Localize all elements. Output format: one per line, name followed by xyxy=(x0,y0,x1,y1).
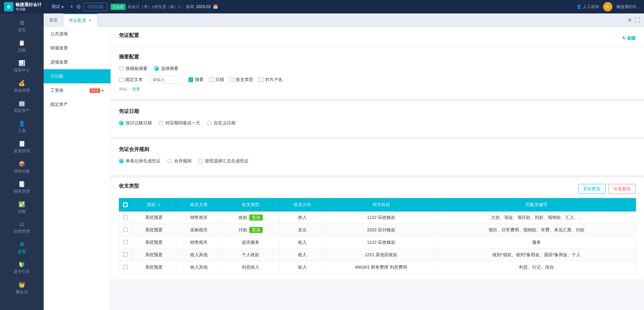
left-nav-item-journal[interactable]: 日记账 xyxy=(44,69,111,83)
income-expense-section: 收支类型 更新数据 批量删除 ☐ 类别 ∨ xyxy=(111,178,644,279)
radio-journal-date[interactable]: 按日记账日期 xyxy=(119,120,152,126)
sidebar-item-label: 税务管理 xyxy=(14,189,30,194)
logo-text: 畅捷通好会计 专业版 xyxy=(15,2,42,11)
asset-icon: 🏢 xyxy=(18,100,25,107)
td-type: 提供服务 xyxy=(221,236,280,249)
td-select[interactable] xyxy=(119,211,131,224)
date-title: 凭证日期 xyxy=(119,108,636,115)
consult-label[interactable]: 👤 人工咨询 xyxy=(576,4,599,10)
sidebar-item-tax[interactable]: 📑 税务管理 xyxy=(0,178,44,198)
left-nav-item-payroll[interactable]: 工资表 NEW ▾ xyxy=(44,83,111,98)
radio-select-summary[interactable]: 选择摘要 xyxy=(154,66,178,72)
sidebar-item-salary[interactable]: 👤 工资 xyxy=(0,117,44,137)
ledger-icon: 📋 xyxy=(18,40,25,46)
content-area: 首页 凭证配置 ✕ ✕ ⛶ 公共选项 销项发票 进项发 xyxy=(44,13,644,310)
fixed-text-input[interactable] xyxy=(149,76,183,84)
sidebar-item-report[interactable]: 📊 报表中心 xyxy=(0,56,44,77)
td-select[interactable] xyxy=(119,224,131,236)
page-title: 凭证配置 xyxy=(119,32,139,39)
sidebar-item-invoice-mgmt[interactable]: 🧾 发票管理 xyxy=(0,137,44,157)
sidebar-item-archive[interactable]: 🗂 归档管理 xyxy=(0,218,44,238)
update-data-button[interactable]: 更新数据 xyxy=(578,184,606,194)
checkbox-income-expense-type[interactable]: 收支类型 xyxy=(229,77,253,83)
radio-single-record[interactable]: 单条记录生成凭证 xyxy=(119,158,161,164)
td-select[interactable] xyxy=(119,236,131,249)
checkbox-summary[interactable]: ✓ 摘要 xyxy=(188,77,204,83)
sidebar-item-label: 发票管理 xyxy=(14,148,30,154)
td-keywords: 欠款、现金、项目款、到款、报销款、汇入、... xyxy=(437,211,636,224)
th-select[interactable]: ☐ xyxy=(119,198,131,211)
sidebar-item-settlement[interactable]: ✅ 结账 xyxy=(0,198,44,218)
guide-icon: 🔰 xyxy=(18,261,25,268)
logo: 会 畅捷通好会计 专业版 xyxy=(4,2,42,11)
report-icon: 📊 xyxy=(18,60,25,66)
td-select[interactable] xyxy=(119,261,131,274)
reset-tag[interactable]: 置顶 xyxy=(249,227,263,233)
td-direction: 收入 xyxy=(280,261,325,274)
row-checkbox[interactable] xyxy=(123,265,128,269)
sidebar-item-sales[interactable]: 📦 进销台账 xyxy=(0,157,44,178)
switch-version-button[interactable]: 切到旧版 xyxy=(84,3,107,11)
new-badge: NEW xyxy=(90,88,100,93)
radio-template-summary[interactable]: 按模板摘要 xyxy=(119,66,147,72)
reset-tag[interactable]: 置顶 xyxy=(249,215,263,221)
tab-home[interactable]: 首页 xyxy=(44,13,63,27)
radio-circle xyxy=(159,121,163,125)
radio-period-last-day[interactable]: 对应期间最后一天 xyxy=(159,120,200,126)
checkbox-counter-name[interactable]: 对方户名 xyxy=(259,77,283,83)
refresh-button[interactable]: ↻ 刷新 xyxy=(622,35,636,41)
td-type: 个人收款 xyxy=(221,249,280,261)
checkbox-box xyxy=(259,77,263,82)
sidebar-item-settings[interactable]: ⚙ 设置 xyxy=(0,238,44,258)
sidebar-item-label: 资金管理 xyxy=(14,88,30,93)
row-checkbox[interactable] xyxy=(123,227,128,232)
th-counter-account: 对方科目 xyxy=(325,198,437,211)
row-checkbox[interactable] xyxy=(123,252,128,257)
row-checkbox[interactable] xyxy=(123,215,128,220)
sidebar-item-finance[interactable]: 💰 资金管理 xyxy=(0,77,44,97)
calendar-icon[interactable]: 📅 xyxy=(213,4,218,9)
row-checkbox[interactable] xyxy=(123,240,128,244)
radio-label: 按日记账日期 xyxy=(126,120,152,126)
left-nav-item-purchase-invoice[interactable]: 进项发票 xyxy=(44,55,111,69)
batch-delete-button[interactable]: 批量删除 xyxy=(608,184,636,194)
checkbox-date[interactable]: 日期 xyxy=(209,77,224,83)
radio-summary-generate[interactable]: 按照选择汇总生成凭证 xyxy=(198,158,249,164)
consult-icon: 👤 xyxy=(576,4,582,9)
sidebar-item-asset[interactable]: 🏢 固定资产 xyxy=(0,97,44,117)
radio-merge-rule[interactable]: 合并规则 xyxy=(167,158,191,164)
left-nav-item-fixed-asset[interactable]: 固定资产 xyxy=(44,98,111,112)
page-content: 公共选项 销项发票 进项发票 日记账 工资表 NEW ▾ xyxy=(44,27,644,310)
checkbox-fixed-text[interactable]: 固定文本 xyxy=(119,77,143,83)
expand-window-icon[interactable]: ⛶ xyxy=(635,17,640,23)
sidebar-item-guide[interactable]: 🔰 新手引导 xyxy=(0,258,44,278)
example-text: 例如： 摘要 xyxy=(119,86,636,92)
left-nav-item-public[interactable]: 公共选项 xyxy=(44,27,111,41)
home-icon: ⊞ xyxy=(20,20,24,26)
select-all-checkbox[interactable]: ☐ xyxy=(123,202,128,207)
avatar[interactable]: 旺 xyxy=(603,2,612,11)
settlement-icon: ✅ xyxy=(18,201,25,207)
workspace-dropdown[interactable]: 测试 ▾ xyxy=(51,4,64,10)
radio-custom-date[interactable]: 自定义日期 xyxy=(207,120,235,126)
sidebar-item-label: 总账 xyxy=(18,47,26,53)
add-icon[interactable]: + xyxy=(70,3,74,10)
sidebar-item-label: 进销台账 xyxy=(14,168,30,174)
top-bar-actions: + ⚙ 切到旧版 xyxy=(70,3,107,11)
tab-close-icon[interactable]: ✕ xyxy=(88,18,92,23)
tab-voucher-config[interactable]: 凭证配置 ✕ xyxy=(63,13,97,27)
table-row: 系统预置 采购相关 付款置顶 支出 2202 应付账款 项目、日常费用、报销款、… xyxy=(119,224,636,236)
left-nav-label: 日记账 xyxy=(50,73,63,79)
td-select[interactable] xyxy=(119,249,131,261)
sidebar-item-ledger[interactable]: 📋 总账 xyxy=(0,36,44,56)
certified-status: 已认证 xyxy=(111,4,126,10)
sidebar-item-member[interactable]: 👑 畅会员 xyxy=(0,278,44,298)
th-keywords: 匹配关键字 xyxy=(437,198,636,211)
settings-icon[interactable]: ⚙ xyxy=(76,4,81,10)
tax-icon: 📑 xyxy=(18,181,25,187)
sidebar-item-home[interactable]: ⊞ 首页 xyxy=(0,16,44,36)
left-nav-item-sales-invoice[interactable]: 销项发票 xyxy=(44,41,111,55)
tab-bar: 首页 凭证配置 ✕ ✕ ⛶ xyxy=(44,13,644,27)
close-window-icon[interactable]: ✕ xyxy=(628,17,632,23)
th-category[interactable]: 类别 ∨ xyxy=(131,198,176,211)
